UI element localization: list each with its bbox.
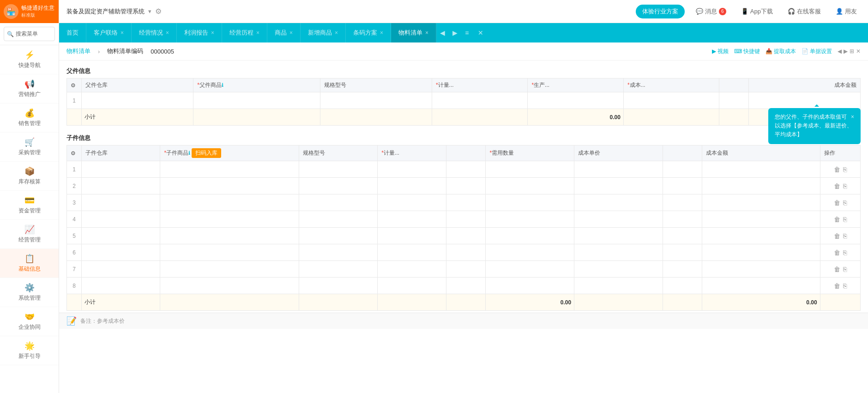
sidebar-item-enterprise[interactable]: 🤝 企业协同 (0, 307, 59, 336)
tab-barcode[interactable]: 条码方案 × (346, 23, 391, 42)
child-row-3-spec[interactable] (299, 194, 377, 211)
child-row-6-qty[interactable] (486, 244, 574, 261)
tab-customer[interactable]: 客户联络 × (86, 23, 132, 42)
scan-input-button[interactable]: 扫码入库 (192, 148, 221, 158)
child-row-3-qty[interactable] (486, 194, 574, 211)
child-row-7-unit-cost[interactable] (574, 261, 663, 278)
parent-row-1-cost[interactable] (623, 92, 719, 109)
settings-icon[interactable]: ⚙ (155, 7, 162, 16)
child-row-5-copy-icon[interactable]: ⎘ (843, 232, 847, 240)
child-row-2-warehouse[interactable] (82, 178, 160, 194)
view-video-button[interactable]: ▶ 视频 (712, 48, 729, 55)
child-row-4-unit-cost[interactable] (574, 211, 663, 228)
child-row-8-delete-icon[interactable]: 🗑 (834, 282, 840, 290)
tab-history-close[interactable]: × (256, 30, 259, 36)
child-row-7-unit[interactable] (378, 261, 446, 278)
child-row-5-warehouse[interactable] (82, 228, 160, 244)
parent-col-settings[interactable]: ⚙ (67, 79, 82, 92)
child-row-3-unit-cost[interactable] (574, 194, 663, 211)
child-row-4-unit[interactable] (378, 211, 446, 228)
nav-next-icon[interactable]: ▶ (844, 48, 848, 54)
child-row-5-spec[interactable] (299, 228, 377, 244)
child-row-3-product[interactable] (160, 194, 299, 211)
child-row-8-qty[interactable] (486, 278, 574, 294)
child-row-8-copy-icon[interactable]: ⎘ (843, 282, 847, 290)
child-row-6-product[interactable] (160, 244, 299, 261)
user-button[interactable]: 👤 用友 (832, 6, 861, 18)
child-row-5-qty[interactable] (486, 228, 574, 244)
sidebar-item-finance[interactable]: 💳 资金管理 (0, 191, 59, 220)
child-row-2-copy-icon[interactable]: ⎘ (843, 182, 847, 190)
sidebar-item-guide[interactable]: 🌟 新手引导 (0, 336, 59, 365)
tab-bom[interactable]: 物料清单 × (391, 23, 436, 42)
sidebar-item-marketing[interactable]: 📢 营销推广 (0, 74, 59, 103)
child-row-1-copy-icon[interactable]: ⎘ (843, 166, 847, 173)
sidebar-item-inventory[interactable]: 📦 库存核算 (0, 162, 59, 191)
extract-cost-button[interactable]: 📥 提取成本 (766, 48, 796, 55)
child-row-8-unit-cost[interactable] (574, 278, 663, 294)
child-row-8-spec[interactable] (299, 278, 377, 294)
parent-row-1-produce[interactable] (528, 92, 624, 109)
nav-close-all[interactable]: ✕ (474, 29, 487, 36)
search-menu-button[interactable]: 🔍 搜索菜单 (4, 27, 55, 41)
sidebar-item-basic[interactable]: 📋 基础信息 (0, 249, 59, 278)
tab-profit-close[interactable]: × (211, 30, 214, 36)
child-row-6-spec[interactable] (299, 244, 377, 261)
sidebar-item-operation[interactable]: 📈 经营管理 (0, 220, 59, 249)
tab-new-goods[interactable]: 新增商品 × (301, 23, 346, 42)
child-row-8-product[interactable] (160, 278, 299, 294)
child-row-3-unit[interactable] (378, 194, 446, 211)
tab-history[interactable]: 经营历程 × (222, 23, 267, 42)
parent-row-1-product[interactable] (193, 92, 320, 109)
nav-right-arrow[interactable]: ▶ (449, 29, 461, 36)
tab-barcode-close[interactable]: × (380, 30, 383, 36)
child-row-5-delete-icon[interactable]: 🗑 (834, 232, 840, 240)
child-row-6-delete-icon[interactable]: 🗑 (834, 249, 840, 256)
tab-goods[interactable]: 商品 × (267, 23, 301, 42)
child-row-2-unit[interactable] (378, 178, 446, 194)
nav-prev-icon[interactable]: ◀ (838, 48, 842, 54)
parent-row-1-unit[interactable] (432, 92, 528, 109)
child-col-settings[interactable]: ⚙ (67, 145, 82, 161)
child-row-6-copy-icon[interactable]: ⎘ (843, 249, 847, 256)
parent-row-1-warehouse[interactable] (82, 92, 193, 109)
child-row-5-unit-cost[interactable] (574, 228, 663, 244)
single-settings-button[interactable]: 📄 单据设置 (802, 48, 832, 55)
child-row-1-delete-icon[interactable]: 🗑 (834, 166, 840, 173)
child-row-3-copy-icon[interactable]: ⎘ (843, 199, 847, 206)
sidebar-item-purchase[interactable]: 🛒 采购管理 (0, 133, 59, 162)
child-row-4-product[interactable] (160, 211, 299, 228)
nav-menu-icon[interactable]: ≡ (461, 29, 472, 36)
online-service-button[interactable]: 🎧 在线客服 (784, 6, 825, 18)
child-row-1-unit-cost[interactable] (574, 161, 663, 178)
child-row-6-unit-cost[interactable] (574, 244, 663, 261)
child-row-4-qty[interactable] (486, 211, 574, 228)
child-row-5-product[interactable] (160, 228, 299, 244)
child-row-4-warehouse[interactable] (82, 211, 160, 228)
nav-left-arrow[interactable]: ◀ (436, 29, 449, 36)
child-row-1-spec[interactable] (299, 161, 377, 178)
sidebar-item-system[interactable]: ⚙️ 系统管理 (0, 278, 59, 307)
child-row-7-warehouse[interactable] (82, 261, 160, 278)
child-row-1-qty[interactable] (486, 161, 574, 178)
tab-profit[interactable]: 利润报告 × (177, 23, 222, 42)
child-row-7-delete-icon[interactable]: 🗑 (834, 266, 840, 273)
tab-home[interactable]: 首页 (59, 23, 86, 42)
trial-button[interactable]: 体验行业方案 (636, 5, 685, 18)
shortcut-button[interactable]: ⌨ 快捷键 (734, 48, 760, 55)
child-row-2-delete-icon[interactable]: 🗑 (834, 182, 840, 190)
child-row-4-copy-icon[interactable]: ⎘ (843, 216, 847, 223)
tab-operation-status[interactable]: 经营情况 × (132, 23, 177, 42)
sidebar-item-quick-nav[interactable]: ⚡ 快捷导航 (0, 45, 59, 74)
app-download-button[interactable]: 📱 App下载 (737, 6, 777, 18)
message-button[interactable]: 💬 消息 6 (692, 6, 730, 18)
child-row-7-product[interactable] (160, 261, 299, 278)
tab-customer-close[interactable]: × (121, 30, 124, 36)
grid-view-icon[interactable]: ⊞ (850, 48, 854, 54)
child-row-1-warehouse[interactable] (82, 161, 160, 178)
child-row-2-spec[interactable] (299, 178, 377, 194)
sidebar-item-sales[interactable]: 💰 销售管理 (0, 103, 59, 133)
child-row-4-spec[interactable] (299, 211, 377, 228)
child-row-4-delete-icon[interactable]: 🗑 (834, 216, 840, 223)
child-row-8-unit[interactable] (378, 278, 446, 294)
